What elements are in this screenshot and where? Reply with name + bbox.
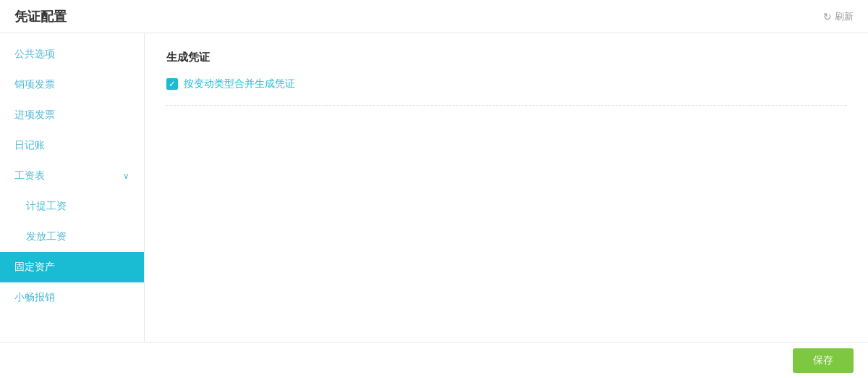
checkbox-row: 按变动类型合并生成凭证 (166, 77, 846, 91)
refresh-icon: ↻ (823, 11, 832, 22)
sidebar-item-purchase-invoice[interactable]: 进项发票 (0, 100, 144, 130)
page-title: 凭证配置 (14, 8, 67, 25)
sidebar-label-sales-invoice: 销项发票 (14, 78, 55, 91)
section-divider (166, 105, 846, 106)
sidebar-label-diary: 日记账 (14, 139, 45, 152)
sidebar-item-public-options[interactable]: 公共选项 (0, 39, 144, 70)
refresh-label: 刷新 (835, 10, 854, 23)
sidebar-label-petty-expense: 小畅报销 (14, 291, 55, 304)
sidebar-item-fixed-assets[interactable]: 固定资产 (0, 252, 144, 282)
sidebar-label-public-options: 公共选项 (14, 48, 55, 61)
page-wrapper: 凭证配置 ↻ 刷新 公共选项 销项发票 进项发票 日记账 工资表 ∨ (0, 0, 868, 378)
merge-by-type-label[interactable]: 按变动类型合并生成凭证 (184, 77, 295, 91)
refresh-button[interactable]: ↻ 刷新 (823, 10, 854, 23)
section-title: 生成凭证 (166, 51, 846, 64)
sidebar-label-issue-payroll: 发放工资 (26, 230, 67, 243)
sidebar-label-calc-payroll: 计提工资 (26, 200, 67, 213)
sidebar-item-payroll-table[interactable]: 工资表 ∨ (0, 161, 144, 191)
header: 凭证配置 ↻ 刷新 (0, 0, 868, 33)
sidebar-item-petty-expense[interactable]: 小畅报销 (0, 282, 144, 313)
sidebar-label-purchase-invoice: 进项发票 (14, 109, 55, 122)
sidebar-item-diary[interactable]: 日记账 (0, 130, 144, 161)
sidebar: 公共选项 销项发票 进项发票 日记账 工资表 ∨ 计提工资 发放工资 固定资 (0, 33, 145, 342)
sidebar-item-issue-payroll[interactable]: 发放工资 (0, 222, 144, 252)
sidebar-item-calc-payroll[interactable]: 计提工资 (0, 191, 144, 222)
content-area: 公共选项 销项发票 进项发票 日记账 工资表 ∨ 计提工资 发放工资 固定资 (0, 33, 868, 342)
save-button[interactable]: 保存 (793, 348, 854, 373)
footer-bar: 保存 (0, 342, 868, 378)
chevron-down-icon: ∨ (123, 171, 129, 181)
sidebar-label-fixed-assets: 固定资产 (14, 261, 55, 274)
main-content: 生成凭证 按变动类型合并生成凭证 (145, 33, 868, 342)
sidebar-item-sales-invoice[interactable]: 销项发票 (0, 70, 144, 100)
merge-by-type-checkbox[interactable] (166, 78, 178, 90)
sidebar-label-payroll-table: 工资表 (14, 169, 45, 182)
